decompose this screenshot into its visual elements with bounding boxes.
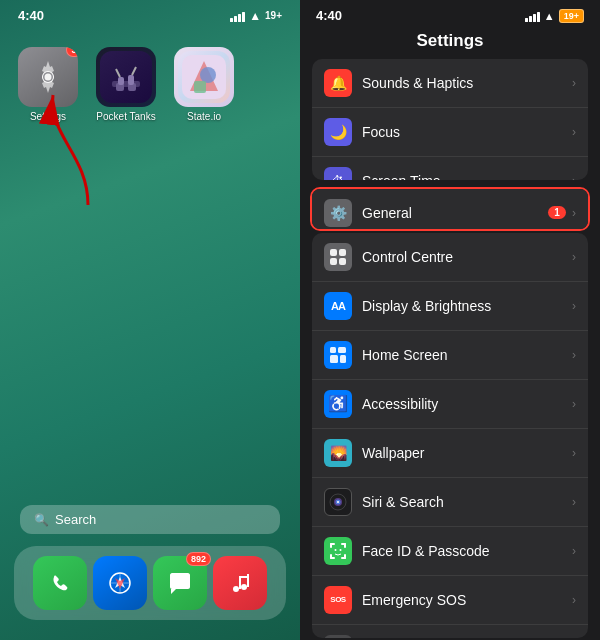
phone-icon bbox=[46, 569, 74, 597]
battery-badge: 19+ bbox=[559, 9, 584, 23]
wallpaper-label: Wallpaper bbox=[362, 445, 572, 461]
accessibility-label: Accessibility bbox=[362, 396, 572, 412]
app-stateio[interactable]: State.io bbox=[174, 47, 234, 122]
general-label: General bbox=[362, 205, 548, 221]
search-label: Search bbox=[55, 512, 96, 527]
settings-item-screen-time[interactable]: ⏱ Screen Time › bbox=[312, 157, 588, 180]
home-screen: 4:40 ▲ 19+ bbox=[0, 0, 300, 640]
wallpaper-icon: 🌄 bbox=[324, 439, 352, 467]
svg-rect-13 bbox=[194, 81, 206, 93]
display-brightness-icon: AA bbox=[324, 292, 352, 320]
svg-rect-32 bbox=[340, 355, 346, 363]
search-bar[interactable]: 🔍 Search bbox=[20, 505, 280, 534]
gear-svg bbox=[30, 59, 66, 95]
svg-rect-27 bbox=[330, 258, 337, 265]
stateio-svg bbox=[180, 53, 228, 101]
dock-messages[interactable]: 892 bbox=[153, 556, 207, 610]
search-icon-small: 🔍 bbox=[34, 513, 49, 527]
music-icon bbox=[226, 569, 254, 597]
siri-search-icon bbox=[324, 488, 352, 516]
svg-rect-31 bbox=[330, 355, 338, 363]
emergency-sos-chevron: › bbox=[572, 593, 576, 607]
svg-rect-26 bbox=[339, 249, 346, 256]
control-centre-chevron: › bbox=[572, 250, 576, 264]
stateio-app-icon bbox=[174, 47, 234, 107]
svg-rect-29 bbox=[330, 347, 336, 353]
display-brightness-chevron: › bbox=[572, 299, 576, 313]
dock-safari[interactable] bbox=[93, 556, 147, 610]
messages-icon bbox=[166, 569, 194, 597]
settings-title: Settings bbox=[300, 27, 600, 59]
left-status-icons: ▲ 19+ bbox=[230, 9, 282, 23]
svg-rect-7 bbox=[128, 75, 134, 85]
pocket-tanks-app-icon bbox=[96, 47, 156, 107]
general-icon: ⚙️ bbox=[324, 199, 352, 227]
focus-chevron: › bbox=[572, 125, 576, 139]
svg-rect-42 bbox=[330, 554, 332, 559]
right-status-bar: 4:40 ▲ 19+ bbox=[300, 0, 600, 27]
svg-rect-44 bbox=[344, 554, 346, 559]
svg-rect-38 bbox=[330, 543, 332, 548]
safari-icon bbox=[106, 569, 134, 597]
home-screen-chevron: › bbox=[572, 348, 576, 362]
settings-item-wallpaper[interactable]: 🌄 Wallpaper › bbox=[312, 429, 588, 478]
pocket-tanks-svg bbox=[110, 61, 142, 93]
messages-badge: 892 bbox=[186, 552, 211, 566]
screen-time-label: Screen Time bbox=[362, 173, 572, 180]
face-id-chevron: › bbox=[572, 544, 576, 558]
siri-search-label: Siri & Search bbox=[362, 494, 572, 510]
settings-item-display-brightness[interactable]: AA Display & Brightness › bbox=[312, 282, 588, 331]
dock-music[interactable] bbox=[213, 556, 267, 610]
right-time: 4:40 bbox=[316, 8, 342, 23]
svg-rect-25 bbox=[330, 249, 337, 256]
svg-point-2 bbox=[45, 74, 52, 81]
settings-item-general[interactable]: ⚙️ General 1 › bbox=[312, 189, 588, 231]
dock: 892 bbox=[14, 546, 286, 620]
pocket-tanks-app-label: Pocket Tanks bbox=[96, 111, 155, 122]
settings-item-exposure[interactable]: Exposure Notifications › bbox=[312, 625, 588, 638]
svg-rect-6 bbox=[118, 77, 124, 85]
app-settings[interactable]: 3 Settings bbox=[18, 47, 78, 122]
wallpaper-chevron: › bbox=[572, 446, 576, 460]
settings-section-1: 🔔 Sounds & Haptics › 🌙 Focus › ⏱ Screen … bbox=[312, 59, 588, 180]
accessibility-chevron: › bbox=[572, 397, 576, 411]
app-row-1: 3 Settings bbox=[18, 47, 282, 122]
svg-line-9 bbox=[132, 67, 136, 75]
settings-item-sounds-haptics[interactable]: 🔔 Sounds & Haptics › bbox=[312, 59, 588, 108]
stateio-app-label: State.io bbox=[187, 111, 221, 122]
svg-rect-24 bbox=[239, 576, 249, 578]
home-screen-label: Home Screen bbox=[362, 347, 572, 363]
face-id-icon bbox=[324, 537, 352, 565]
settings-item-emergency-sos[interactable]: SOS Emergency SOS › bbox=[312, 576, 588, 625]
settings-panel: 4:40 ▲ 19+ Settings 🔔 Sounds & Haptics ›… bbox=[300, 0, 600, 640]
svg-rect-23 bbox=[247, 574, 249, 587]
wifi-icon: ▲ bbox=[249, 9, 261, 23]
left-status-bar: 4:40 ▲ 19+ bbox=[0, 0, 300, 27]
settings-app-label: Settings bbox=[30, 111, 66, 122]
home-icons-area: 3 Settings bbox=[0, 27, 300, 276]
svg-point-46 bbox=[340, 549, 342, 551]
sounds-haptics-chevron: › bbox=[572, 76, 576, 90]
settings-item-siri-search[interactable]: Siri & Search › bbox=[312, 478, 588, 527]
focus-label: Focus bbox=[362, 124, 572, 140]
general-badge: 1 bbox=[548, 206, 566, 219]
settings-app-icon: 3 bbox=[18, 47, 78, 107]
display-brightness-label: Display & Brightness bbox=[362, 298, 572, 314]
settings-item-face-id[interactable]: Face ID & Passcode › bbox=[312, 527, 588, 576]
svg-point-20 bbox=[233, 586, 239, 592]
right-wifi-icon: ▲ bbox=[544, 10, 555, 22]
sounds-haptics-label: Sounds & Haptics bbox=[362, 75, 572, 91]
signal-icon bbox=[230, 10, 245, 22]
settings-item-home-screen[interactable]: Home Screen › bbox=[312, 331, 588, 380]
svg-point-21 bbox=[241, 584, 247, 590]
settings-badge: 3 bbox=[66, 47, 78, 57]
battery-percent-left: 19+ bbox=[265, 10, 282, 21]
emergency-sos-icon: SOS bbox=[324, 586, 352, 614]
focus-icon: 🌙 bbox=[324, 118, 352, 146]
app-pocket-tanks[interactable]: Pocket Tanks bbox=[96, 47, 156, 122]
dock-phone[interactable] bbox=[33, 556, 87, 610]
settings-item-accessibility[interactable]: ♿ Accessibility › bbox=[312, 380, 588, 429]
right-signal-icon bbox=[525, 10, 540, 22]
settings-item-control-centre[interactable]: Control Centre › bbox=[312, 233, 588, 282]
settings-item-focus[interactable]: 🌙 Focus › bbox=[312, 108, 588, 157]
